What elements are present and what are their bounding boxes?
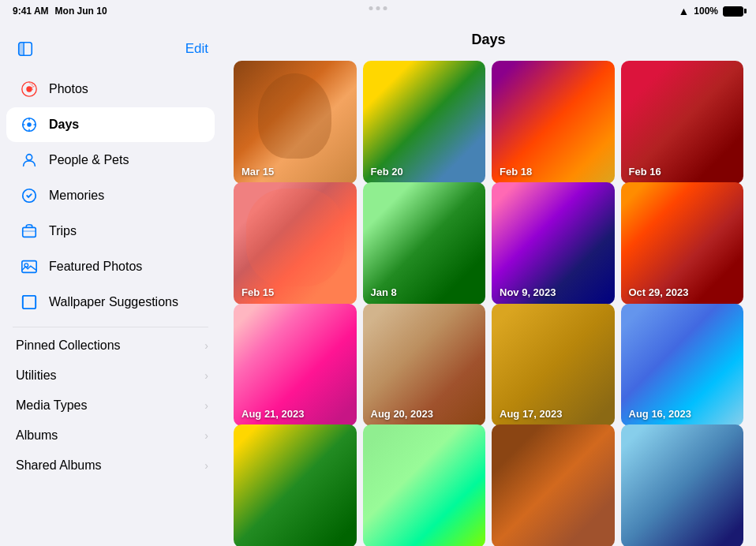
- sidebar-item-people[interactable]: People & Pets: [6, 143, 215, 178]
- status-bar: 9:41 AM Mon Jun 10 ▲ 100%: [0, 0, 756, 22]
- sidebar-toggle-button[interactable]: [13, 36, 38, 62]
- drag-handle-dot: [369, 6, 373, 10]
- chevron-right-icon: ›: [204, 459, 208, 472]
- photo-date-label: Jan 8: [371, 286, 397, 298]
- utilities-label: Utilities: [16, 368, 57, 383]
- photo-tile[interactable]: [363, 424, 486, 546]
- svg-point-11: [26, 155, 32, 160]
- sidebar-item-people-label: People & Pets: [49, 153, 129, 167]
- wifi-icon: ▲: [678, 5, 689, 17]
- people-icon: [19, 150, 39, 170]
- photo-date-label: Nov 9, 2023: [500, 286, 556, 298]
- time-display: 9:41 AM: [13, 6, 49, 17]
- sidebar-item-memories-label: Memories: [49, 189, 104, 203]
- battery-pct: 100%: [694, 6, 718, 17]
- photo-date-label: Feb 16: [629, 166, 661, 178]
- sidebar-item-memories[interactable]: Memories: [6, 178, 215, 213]
- photo-tile[interactable]: [492, 424, 615, 546]
- photo-tile[interactable]: Feb 15: [234, 182, 357, 305]
- photo-date-label: Feb 15: [241, 286, 274, 298]
- photo-date-label: Feb 18: [500, 166, 532, 178]
- svg-point-6: [27, 122, 32, 127]
- page-title: Days: [471, 32, 505, 48]
- trips-icon: [19, 221, 39, 241]
- photo-tile[interactable]: Feb 20: [363, 61, 486, 184]
- sidebar-item-albums[interactable]: Albums ›: [0, 421, 221, 451]
- photo-tile[interactable]: Feb 16: [621, 61, 744, 184]
- photo-date-label: Mar 15: [241, 166, 274, 178]
- drag-handle-dot: [376, 6, 380, 10]
- sidebar-nav: Photos Days: [0, 71, 221, 320]
- photo-tile[interactable]: Aug 16, 2023: [621, 304, 744, 427]
- sidebar-item-pinned[interactable]: Pinned Collections ›: [0, 331, 221, 361]
- sidebar-header: Edit: [0, 30, 221, 71]
- sidebar-item-photos[interactable]: Photos: [6, 72, 215, 107]
- sidebar-divider-1: [13, 327, 208, 327]
- sidebar-item-days-label: Days: [49, 118, 79, 132]
- svg-rect-1: [19, 43, 24, 56]
- photo-tile[interactable]: Feb 18: [492, 61, 615, 184]
- chevron-right-icon: ›: [204, 429, 208, 442]
- drag-handle-dot: [384, 6, 387, 10]
- photo-date-label: Aug 16, 2023: [629, 408, 692, 420]
- wallpaper-icon-svg: [21, 294, 38, 311]
- people-icon-svg: [21, 151, 38, 169]
- svg-rect-19: [23, 296, 36, 309]
- svg-rect-18: [23, 296, 36, 309]
- photo-grid: Mar 15Feb 20Feb 18Feb 16Feb 15Jan 8Nov 9…: [221, 54, 756, 546]
- trips-icon-svg: [21, 223, 38, 240]
- photo-tile[interactable]: Mar 15: [234, 61, 357, 184]
- memories-icon: [19, 185, 39, 206]
- days-icon-svg: [21, 116, 38, 133]
- photo-tile[interactable]: [234, 424, 357, 546]
- battery-icon: [723, 6, 743, 17]
- sidebar-item-featured[interactable]: Featured Photos: [6, 249, 215, 284]
- media-types-label: Media Types: [16, 398, 87, 413]
- albums-label: Albums: [16, 428, 58, 443]
- sidebar: Edit Photos: [0, 22, 221, 546]
- chevron-right-icon: ›: [204, 399, 208, 412]
- photos-icon: [19, 79, 39, 99]
- featured-icon-svg: [21, 258, 38, 275]
- shared-albums-label: Shared Albums: [16, 458, 102, 473]
- sidebar-item-days[interactable]: Days: [6, 107, 215, 142]
- sidebar-sections: Pinned Collections › Utilities › Media T…: [0, 323, 221, 481]
- date-display: Mon Jun 10: [55, 6, 107, 17]
- sidebar-item-trips-label: Trips: [49, 224, 77, 238]
- chevron-right-icon: ›: [204, 369, 208, 382]
- sidebar-item-trips[interactable]: Trips: [6, 214, 215, 249]
- svg-rect-14: [23, 227, 36, 237]
- photo-tile[interactable]: Aug 17, 2023: [492, 304, 615, 427]
- photo-tile[interactable]: [621, 424, 744, 546]
- sidebar-item-media-types[interactable]: Media Types ›: [0, 391, 221, 421]
- photo-date-label: Aug 17, 2023: [500, 408, 563, 420]
- main-content: Days Mar 15Feb 20Feb 18Feb 16Feb 15Jan 8…: [221, 22, 756, 546]
- sidebar-item-photos-label: Photos: [49, 82, 88, 96]
- photo-tile[interactable]: Nov 9, 2023: [492, 182, 615, 305]
- photo-tile[interactable]: Oct 29, 2023: [621, 182, 744, 305]
- days-icon: [19, 114, 39, 135]
- photo-date-label: Aug 20, 2023: [371, 408, 434, 420]
- status-bar-right: ▲ 100%: [678, 5, 743, 17]
- photo-date-label: Oct 29, 2023: [629, 286, 689, 298]
- photo-tile[interactable]: Aug 20, 2023: [363, 304, 486, 427]
- sidebar-item-utilities[interactable]: Utilities ›: [0, 361, 221, 391]
- sidebar-item-wallpaper-label: Wallpaper Suggestions: [49, 295, 178, 309]
- sidebar-toggle-icon: [17, 40, 34, 58]
- sidebar-item-featured-label: Featured Photos: [49, 260, 142, 274]
- sidebar-edit-button[interactable]: Edit: [185, 41, 208, 57]
- wallpaper-icon: [19, 292, 39, 312]
- main-header: Days: [221, 22, 756, 54]
- sidebar-item-shared-albums[interactable]: Shared Albums ›: [0, 451, 221, 481]
- app-container: Edit Photos: [0, 22, 756, 546]
- featured-icon: [19, 256, 39, 277]
- sidebar-item-wallpaper[interactable]: Wallpaper Suggestions: [6, 285, 215, 320]
- photo-tile[interactable]: Aug 21, 2023: [234, 304, 357, 427]
- pinned-label: Pinned Collections: [16, 338, 121, 353]
- photo-date-label: Feb 20: [371, 166, 403, 178]
- photo-date-label: Aug 21, 2023: [241, 408, 305, 420]
- photos-icon-svg: [21, 80, 38, 98]
- memories-icon-svg: [21, 187, 38, 204]
- photo-tile[interactable]: Jan 8: [363, 182, 486, 305]
- chevron-right-icon: ›: [204, 339, 208, 352]
